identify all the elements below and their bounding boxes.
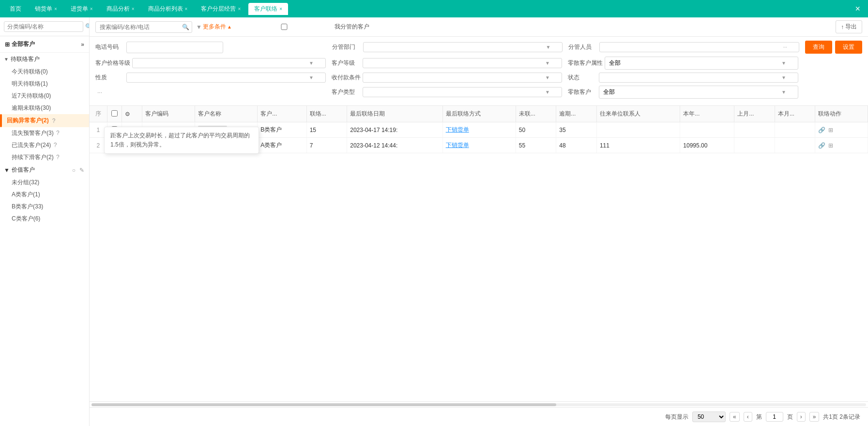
sidebar-ungrouped[interactable]: 未分组(32): [0, 176, 89, 189]
churn-warning-icon[interactable]: ?: [56, 130, 60, 136]
department-select[interactable]: ▼: [363, 42, 563, 52]
nav-sales-order[interactable]: 销货单 ×: [29, 3, 63, 15]
sidebar-search-input[interactable]: [4, 21, 83, 32]
payment-select[interactable]: ▼: [363, 73, 562, 83]
settings-button[interactable]: 设置: [835, 41, 862, 54]
app-close-button[interactable]: ×: [851, 4, 864, 14]
pending-contact-group[interactable]: ▼ 待联络客户: [0, 53, 89, 66]
my-customers-checkbox-label[interactable]: 我分管的客户: [236, 23, 369, 31]
retail-attr-select[interactable]: 全部 ▼: [605, 57, 798, 70]
sales-order-link-2[interactable]: 下销货单: [446, 142, 469, 148]
sidebar-overdue-contact[interactable]: 逾期未联络(30): [0, 102, 89, 114]
retail-attr-chevron-icon: ▼: [781, 60, 786, 66]
abnormal-repurchase-group[interactable]: 回购异常客户(2) ?: [0, 114, 89, 127]
next-page-button[interactable]: ›: [797, 412, 806, 422]
nature-label: 性质: [95, 73, 124, 82]
close-purchase-order-icon[interactable]: ×: [90, 6, 93, 12]
nature-select[interactable]: ▼: [126, 73, 326, 83]
grid-action-icon-1[interactable]: ⊞: [828, 127, 833, 133]
close-customer-contact-icon[interactable]: ×: [279, 6, 282, 12]
cell-unit-contacts-1: [596, 122, 680, 138]
sidebar-tomorrow-contact[interactable]: 明天待联络(1): [0, 78, 89, 90]
cell-grade-2: A类客户: [258, 138, 306, 153]
price-grade-select[interactable]: ▼: [132, 58, 326, 68]
horizontal-scrollbar[interactable]: [90, 401, 868, 407]
nav-home[interactable]: 首页: [4, 3, 27, 15]
close-sales-order-icon[interactable]: ×: [54, 6, 57, 12]
filter-row-3: 性质 ▼ 收付款条件 ▼ 状态: [95, 73, 862, 83]
abnormal-help-icon[interactable]: ?: [52, 118, 56, 124]
export-button[interactable]: ↑ 导出: [836, 20, 862, 33]
value-group-settings-icon[interactable]: ✎: [79, 167, 84, 174]
link-icon-1[interactable]: 🔗: [818, 127, 825, 133]
sidebar-search-area: 🔍: [0, 17, 89, 36]
value-customers-group[interactable]: ▼ 价值客户 ○ ✎: [0, 163, 89, 176]
grid-action-icon-2[interactable]: ⊞: [828, 142, 833, 149]
status-select[interactable]: ▼: [599, 73, 798, 83]
filter-status: 状态 ▼: [568, 73, 798, 83]
close-product-analysis-list-icon[interactable]: ×: [185, 6, 188, 12]
link-icon-2[interactable]: 🔗: [818, 142, 825, 149]
cell-last-method-1: 下销货单: [442, 122, 516, 138]
cell-grade-1: B类客户: [258, 122, 306, 138]
select-all-checkbox[interactable]: [111, 110, 118, 117]
all-customers-header: ⊞ 全部客户 »: [0, 36, 89, 53]
my-customers-checkbox[interactable]: [236, 24, 333, 30]
status-chevron-icon: ▼: [781, 75, 786, 80]
sidebar-class-a[interactable]: A类客户(1): [0, 189, 89, 201]
sidebar-churned[interactable]: 已流失客户(24) ?: [0, 139, 89, 151]
last-page-button[interactable]: »: [809, 412, 820, 422]
per-page-select[interactable]: 50 20 100: [692, 411, 726, 422]
sidebar-7days-contact[interactable]: 近7天待联络(0): [0, 90, 89, 102]
sidebar-declining[interactable]: 持续下滑客户(2) ?: [0, 151, 89, 163]
close-customer-segmentation-icon[interactable]: ×: [238, 6, 241, 12]
th-last-date: 最后联络日期: [347, 106, 442, 122]
sales-order-link-1[interactable]: 下销货单: [446, 126, 469, 133]
sidebar-class-b[interactable]: B类客户(33): [0, 201, 89, 213]
first-page-button[interactable]: «: [730, 412, 740, 422]
nav-product-analysis[interactable]: 商品分析 ×: [101, 3, 140, 15]
sidebar-search-icon[interactable]: 🔍: [85, 23, 90, 30]
declining-icon[interactable]: ?: [56, 154, 60, 161]
value-group-edit-icon[interactable]: ○: [72, 167, 76, 174]
scrollbar-thumb[interactable]: [91, 403, 556, 406]
sidebar-churn-warning[interactable]: 流失预警客户(3) ?: [0, 127, 89, 139]
cell-actions-1: 🔗 ⊞: [815, 122, 868, 138]
nav-customer-contact[interactable]: 客户联络 ×: [248, 3, 288, 15]
collapse-sidebar-icon[interactable]: »: [81, 41, 84, 48]
nav-purchase-order[interactable]: 进货单 ×: [65, 3, 99, 15]
th-contact: 联络...: [306, 106, 347, 122]
th-settings[interactable]: ⚙: [122, 106, 142, 122]
retail-customer-select[interactable]: 全部 ▼: [599, 86, 798, 99]
query-button[interactable]: 查询: [805, 41, 832, 54]
main-search-input[interactable]: [95, 21, 192, 33]
more-filters-dots[interactable]: ···: [95, 89, 104, 96]
sidebar-today-contact[interactable]: 今天待联络(0): [0, 66, 89, 78]
close-product-analysis-icon[interactable]: ×: [132, 6, 135, 12]
manager-select[interactable]: ···: [599, 42, 799, 52]
th-code: 客户编码: [142, 106, 195, 122]
cell-unit-contacts-2: 111: [596, 138, 680, 153]
cell-this-year-2: 10995.00: [680, 138, 734, 153]
main-search-icon[interactable]: 🔍: [182, 24, 189, 30]
cell-last-date-1: 2023-04-17 14:19:: [347, 122, 442, 138]
sidebar-tree: ▼ 待联络客户 今天待联络(0) 明天待联络(1) 近7天待联络(0) 逾期未联…: [0, 53, 89, 426]
cell-last-month-1: [734, 122, 775, 138]
app-root: 首页 销货单 × 进货单 × 商品分析 × 商品分析列表 × 客户分层经营 × …: [0, 0, 868, 426]
churned-icon[interactable]: ?: [54, 142, 57, 148]
status-label: 状态: [568, 73, 597, 82]
nav-customer-segmentation[interactable]: 客户分层经营 ×: [195, 3, 246, 15]
phone-input[interactable]: [126, 42, 223, 53]
customer-type-select[interactable]: ▼: [363, 87, 562, 97]
prev-page-button[interactable]: ‹: [744, 412, 752, 422]
customer-grade-select[interactable]: ▼: [363, 58, 562, 68]
th-unit-contacts: 往来单位联系人: [596, 106, 680, 122]
nav-product-analysis-list[interactable]: 商品分析列表 ×: [142, 3, 194, 15]
sidebar-class-c[interactable]: C类客户(6): [0, 213, 89, 225]
filter-department: 分管部门 ▼: [332, 42, 563, 52]
th-this-month: 本月...: [775, 106, 815, 122]
triangle-right-icon: ▼: [4, 167, 10, 174]
cell-contact-1: 15: [306, 122, 347, 138]
more-conditions-btn[interactable]: ▼ 更多条件 ▲: [196, 23, 232, 31]
current-page-input[interactable]: [766, 412, 783, 422]
